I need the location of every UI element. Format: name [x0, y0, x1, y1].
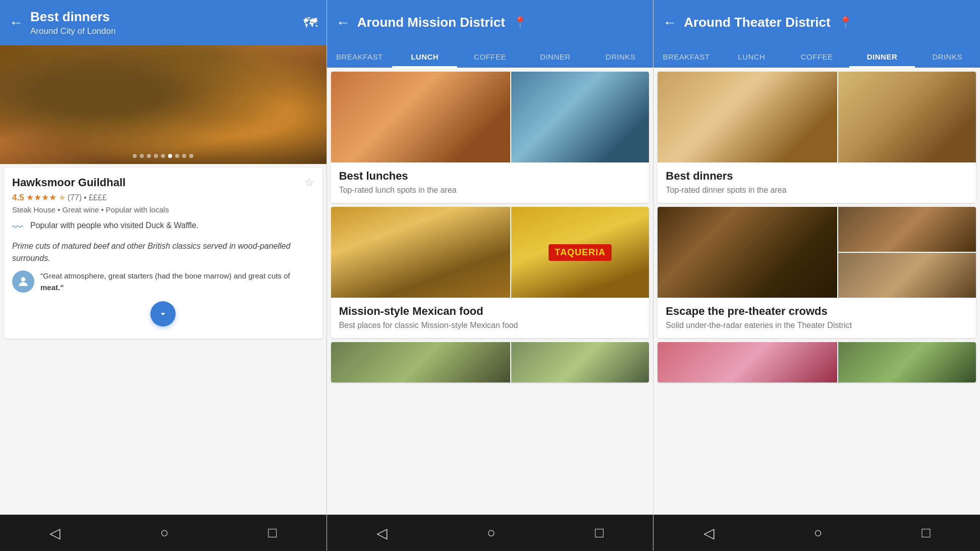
- bookmark-button[interactable]: ☆: [304, 176, 314, 189]
- back-button[interactable]: ←: [9, 15, 23, 31]
- home-nav-button[interactable]: ○: [160, 525, 169, 541]
- escape-crowds-card[interactable]: Escape the pre-theater crowds Solid unde…: [658, 207, 976, 338]
- half-star-icon: ★: [59, 193, 66, 202]
- theater-title-block: Around Theater District 📍: [684, 15, 971, 30]
- mexican-images: TAQUERIA: [331, 207, 649, 298]
- expand-fab-button[interactable]: [150, 301, 176, 326]
- dot-9[interactable]: [189, 154, 193, 158]
- home-nav-button-2[interactable]: ○: [487, 525, 496, 541]
- theater-best-dinners-card[interactable]: Best dinners Top-rated dinner spots in t…: [658, 72, 976, 203]
- rating-row: 4.5 ★★★★★ (77) • ££££: [12, 192, 314, 203]
- escape-subtitle: Solid under-the-radar eateries in the Th…: [666, 321, 968, 330]
- review-content: "Great atmosphere, great starters (had t…: [40, 271, 290, 280]
- header-title-block: Best dinners Around City of London: [30, 9, 298, 36]
- stars-icon: ★★★★: [26, 192, 57, 203]
- tab-lunch[interactable]: LUNCH: [392, 45, 457, 68]
- review-row: "Great atmosphere, great starters (had t…: [12, 270, 314, 293]
- location-pin-icon: 📍: [513, 16, 527, 29]
- mission-content: Best lunches Top-rated lunch spots in th…: [327, 68, 654, 515]
- panel-best-dinners: ← Best dinners Around City of London 🗺: [0, 0, 327, 551]
- back-nav-button-2[interactable]: ◁: [376, 525, 388, 541]
- theater-tab-coffee[interactable]: COFFEE: [784, 45, 849, 68]
- mexican-title: Mission-style Mexican food: [339, 305, 641, 318]
- review-text: "Great atmosphere, great starters (had t…: [40, 270, 314, 293]
- partial-left-mission: [331, 342, 510, 382]
- separator: •: [84, 193, 87, 202]
- dot-5[interactable]: [161, 154, 165, 158]
- lunch-image-right: [511, 72, 649, 162]
- dot-7[interactable]: [175, 154, 179, 158]
- escape-images: [658, 207, 976, 298]
- mexican-image-left: [331, 207, 510, 298]
- tab-coffee[interactable]: COFFEE: [457, 45, 522, 68]
- tab-drinks[interactable]: DRINKS: [588, 45, 653, 68]
- escape-image-right: [838, 207, 976, 298]
- dot-4[interactable]: [154, 154, 158, 158]
- rating-number: 4.5: [12, 193, 24, 203]
- theater-dinner-left: [658, 72, 837, 162]
- escape-image-left: [658, 207, 837, 298]
- mission-tabs: BREAKFAST LUNCH COFFEE DINNER DRINKS: [327, 45, 654, 68]
- hero-image: [0, 45, 326, 164]
- escape-right-bottom-photo: [838, 253, 976, 298]
- partial-images-theater: [658, 342, 976, 382]
- theater-dinners-text: Best dinners Top-rated dinner spots in t…: [658, 162, 976, 203]
- map-icon[interactable]: 🗺: [303, 15, 317, 31]
- theater-dinners-subtitle: Top-rated dinner spots in the area: [666, 186, 968, 195]
- recents-nav-button-3[interactable]: □: [922, 525, 931, 541]
- escape-text: Escape the pre-theater crowds Solid unde…: [658, 298, 976, 338]
- recents-nav-button-2[interactable]: □: [595, 525, 604, 541]
- mexican-text: Mission-style Mexican food Best places f…: [331, 298, 649, 338]
- best-lunches-card[interactable]: Best lunches Top-rated lunch spots in th…: [331, 72, 649, 203]
- back-button-mission[interactable]: ←: [336, 15, 350, 31]
- partial-card-mission[interactable]: [331, 342, 649, 382]
- dot-1[interactable]: [133, 154, 137, 158]
- restaurant-warm-photo: [331, 72, 510, 162]
- partial-photo-right: [511, 342, 649, 382]
- page-subtitle: Around City of London: [30, 26, 298, 36]
- tab-dinner[interactable]: DINNER: [523, 45, 588, 68]
- back-nav-button-3[interactable]: ◁: [703, 525, 715, 541]
- partial-right-mission: [511, 342, 649, 382]
- dot-6-active[interactable]: [168, 154, 172, 158]
- dot-3[interactable]: [147, 154, 151, 158]
- insight-row: 〰 Popular with people who visited Duck &…: [12, 220, 314, 234]
- dot-8[interactable]: [182, 154, 186, 158]
- escape-right-top-photo: [838, 207, 976, 252]
- mission-title-block: Around Mission District 📍: [357, 15, 644, 30]
- theater-bar-photo: [658, 207, 837, 298]
- escape-title: Escape the pre-theater crowds: [666, 305, 968, 318]
- svg-point-0: [21, 277, 26, 282]
- header-theater: ← Around Theater District 📍: [654, 0, 980, 45]
- theater-tab-drinks[interactable]: DRINKS: [915, 45, 980, 68]
- bottom-nav-3: ◁ ○ □: [654, 515, 980, 551]
- header-best-dinners: ← Best dinners Around City of London 🗺: [0, 0, 326, 45]
- back-nav-button[interactable]: ◁: [49, 525, 61, 541]
- best-lunches-subtitle: Top-rated lunch spots in the area: [339, 186, 641, 195]
- restaurant-description: Prime cuts of matured beef and other Bri…: [12, 240, 314, 264]
- partial-theater-left-photo: [658, 342, 837, 382]
- bottom-nav-1: ◁ ○ □: [0, 515, 326, 551]
- lunch-image-left: [331, 72, 510, 162]
- review-count: (77): [68, 193, 82, 202]
- recents-nav-button[interactable]: □: [268, 525, 277, 541]
- theater-tab-lunch[interactable]: LUNCH: [719, 45, 784, 68]
- mexican-right-photo: TAQUERIA: [511, 207, 649, 298]
- trend-icon: 〰: [12, 221, 23, 234]
- partial-theater-right-photo: [838, 342, 976, 382]
- dot-2[interactable]: [140, 154, 144, 158]
- mexican-left-photo: [331, 207, 510, 298]
- mexican-food-card[interactable]: TAQUERIA Mission-style Mexican food Best…: [331, 207, 649, 338]
- mexican-image-right: TAQUERIA: [511, 207, 649, 298]
- image-dots: [0, 154, 326, 158]
- home-nav-button-3[interactable]: ○: [814, 525, 823, 541]
- theater-tab-dinner[interactable]: DINNER: [849, 45, 914, 68]
- fab-container: [12, 301, 314, 326]
- price-level: ££££: [89, 193, 107, 202]
- restaurant-header: Hawksmoor Guildhall ☆: [12, 176, 314, 189]
- tab-breakfast[interactable]: BREAKFAST: [327, 45, 392, 68]
- mission-title: Around Mission District: [357, 15, 505, 30]
- partial-card-theater[interactable]: [658, 342, 976, 382]
- back-button-theater[interactable]: ←: [663, 15, 677, 31]
- theater-tab-breakfast[interactable]: BREAKFAST: [654, 45, 719, 68]
